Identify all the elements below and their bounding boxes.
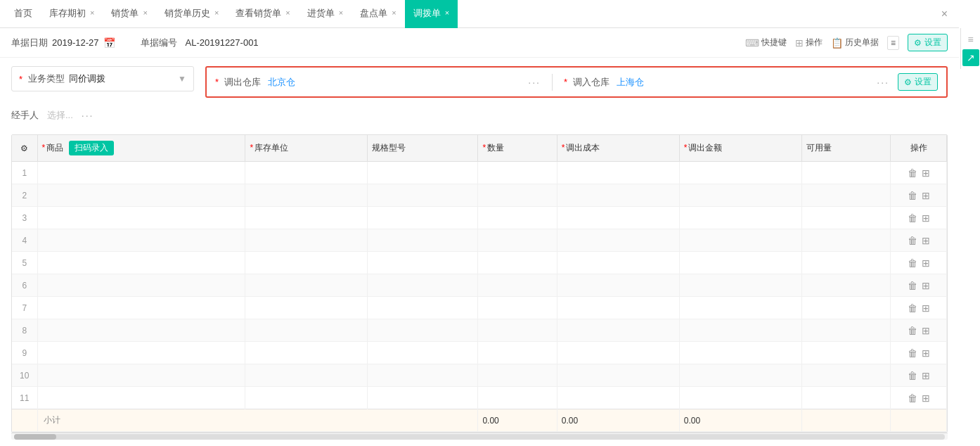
layout-btn-1[interactable]: ≡ [887,36,899,50]
close-sales-history-icon[interactable]: × [214,9,219,17]
delete-row-icon[interactable]: 🗑 [908,212,917,224]
cell-unit[interactable] [245,162,368,184]
sidebar-expand-icon[interactable]: ↗ [962,49,979,66]
window-close-button[interactable]: × [936,8,953,20]
copy-row-icon[interactable]: ⊞ [922,393,930,404]
table-row: 7 🗑⊞ [12,297,947,319]
table-settings-col[interactable]: ⚙ [12,135,37,162]
tab-inventory-init-label: 库存期初 [49,7,86,20]
business-type-dropdown-icon[interactable]: ▼ [178,74,186,84]
settings-button[interactable]: ⚙ 设置 [908,34,948,51]
delete-row-icon[interactable]: 🗑 [908,257,917,269]
cell-cost[interactable] [557,184,679,207]
warehouse-settings-icon: ⚙ [904,77,912,87]
close-purchase-order-icon[interactable]: × [339,9,343,17]
table-row: 9 🗑⊞ [12,342,947,364]
delete-row-icon[interactable]: 🗑 [908,280,917,291]
copy-row-icon[interactable]: ⊞ [922,280,930,291]
tab-transfer-order[interactable]: 调拨单 × [405,0,458,28]
delete-row-icon[interactable]: 🗑 [908,325,917,336]
cell-spec[interactable] [368,184,478,207]
scroll-thumb[interactable] [14,434,56,440]
cell-amount[interactable] [679,184,801,207]
subtotal-label: 小计 [37,409,478,432]
person-select[interactable]: 选择... [47,109,73,122]
delete-row-icon[interactable]: 🗑 [908,302,917,314]
tab-home[interactable]: 首页 [6,0,41,28]
copy-row-icon[interactable]: ⊞ [922,348,930,359]
operations-button[interactable]: ⊞ 操作 [795,37,823,49]
close-inventory-count-icon[interactable]: × [392,9,396,17]
cell-spec[interactable] [368,162,478,184]
tab-transfer-order-label: 调拨单 [413,7,441,20]
transfer-in-more-icon[interactable]: ··· [877,77,889,88]
table-row: 3 🗑⊞ [12,207,947,229]
cell-cost[interactable] [557,162,679,184]
scan-button[interactable]: 扫码录入 [69,141,114,155]
calendar-icon[interactable]: 📅 [103,37,115,49]
cell-available[interactable] [801,162,890,184]
shortcuts-icon: ⌨ [745,37,759,49]
operations-icon: ⊞ [795,37,804,49]
delete-row-icon[interactable]: 🗑 [908,393,917,404]
table-row: 6 🗑⊞ [12,274,947,297]
person-row: 经手人 选择... ··· [11,109,948,122]
tab-view-sales[interactable]: 查看销货单 × [227,0,298,28]
copy-row-icon[interactable]: ⊞ [922,212,930,224]
business-type-value[interactable]: 同价调拨 [69,72,174,85]
tab-inventory-count[interactable]: 盘点单 × [352,0,404,28]
transfer-in-label: 调入仓库 [573,76,610,89]
person-more-icon[interactable]: ··· [82,110,94,121]
sidebar-list-icon[interactable]: ≡ [962,31,979,48]
person-label: 经手人 [11,109,39,122]
transfer-out-value[interactable]: 北京仓 [268,76,295,89]
horizontal-scrollbar[interactable] [11,433,948,440]
close-sales-order-icon[interactable]: × [143,9,147,17]
transfer-out-more-icon[interactable]: ··· [528,77,541,88]
cell-amount[interactable] [679,162,801,184]
close-inventory-init-icon[interactable]: × [90,9,94,17]
cell-product[interactable] [37,162,245,184]
copy-row-icon[interactable]: ⊞ [922,302,930,314]
subtotal-row: 小计 0.00 0.00 0.00 [12,409,947,432]
tab-purchase-order[interactable]: 进货单 × [299,0,352,28]
history-button[interactable]: 📋 历史单据 [831,37,879,49]
cell-unit[interactable] [245,184,368,207]
copy-row-icon[interactable]: ⊞ [922,167,930,179]
copy-row-icon[interactable]: ⊞ [922,325,930,336]
table-row: 10 🗑⊞ [12,364,947,387]
delete-row-icon[interactable]: 🗑 [908,370,917,381]
table-row: 8 🗑⊞ [12,319,947,342]
table-settings-icon[interactable]: ⚙ [20,144,28,153]
col-ops: 操作 [891,135,947,162]
person-field: 经手人 选择... ··· [11,109,94,122]
tab-sales-order-label: 销货单 [111,7,138,20]
shortcuts-button[interactable]: ⌨ 快捷键 [745,37,787,49]
copy-row-icon[interactable]: ⊞ [922,257,930,269]
cell-product[interactable] [37,184,245,207]
delete-row-icon[interactable]: 🗑 [908,190,917,201]
cell-qty[interactable] [478,184,557,207]
warehouse-settings-button[interactable]: ⚙ 设置 [898,73,938,91]
tab-sales-history[interactable]: 销货单历史 × [156,0,227,28]
transfer-in-field: * 调入仓库 上海仓 ··· [564,76,889,89]
tab-inventory-init[interactable]: 库存期初 × [41,0,103,28]
delete-row-icon[interactable]: 🗑 [908,167,917,179]
copy-row-icon[interactable]: ⊞ [922,235,930,246]
col-product: *商品 扫码录入 [37,135,245,162]
copy-row-icon[interactable]: ⊞ [922,190,930,201]
date-value[interactable]: 2019-12-27 [52,37,99,48]
cell-qty[interactable] [478,162,557,184]
close-view-sales-icon[interactable]: × [285,9,290,17]
table-row: 4 🗑⊞ [12,229,947,252]
cell-ops: 🗑 ⊞ [891,184,947,207]
tab-sales-order[interactable]: 销货单 × [103,0,155,28]
delete-row-icon[interactable]: 🗑 [908,348,917,359]
close-transfer-order-icon[interactable]: × [445,9,449,17]
cell-available[interactable] [801,184,890,207]
transfer-in-value[interactable]: 上海仓 [617,76,644,89]
copy-row-icon[interactable]: ⊞ [922,370,930,381]
delete-row-icon[interactable]: 🗑 [908,235,917,246]
row-num: 3 [12,207,37,229]
cell-ops: 🗑 ⊞ [891,162,947,184]
